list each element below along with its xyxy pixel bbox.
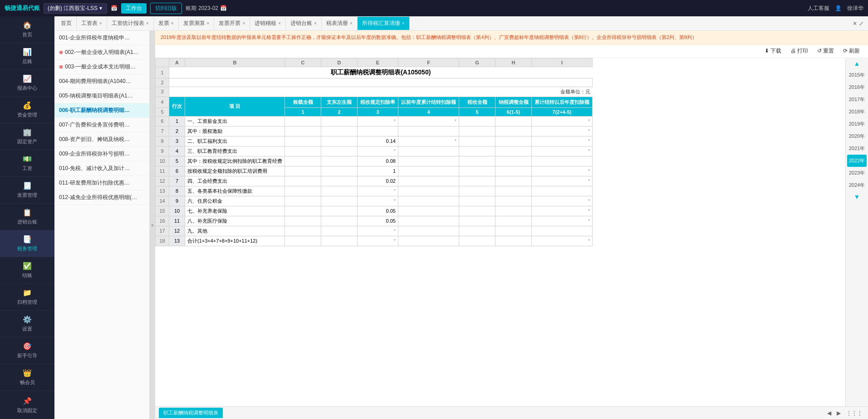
data-cell[interactable]: [321, 166, 358, 176]
data-cell[interactable]: 1: [358, 166, 398, 176]
data-cell[interactable]: [459, 126, 495, 136]
data-cell[interactable]: [285, 176, 321, 186]
data-cell[interactable]: [495, 236, 532, 246]
data-cell[interactable]: [398, 216, 459, 226]
form-item-004[interactable]: 004-期间费用明细表(A1040…: [54, 74, 149, 89]
data-cell[interactable]: [459, 146, 495, 156]
data-cell[interactable]: [495, 126, 532, 136]
data-cell[interactable]: [285, 146, 321, 156]
data-cell[interactable]: [495, 136, 532, 146]
data-cell[interactable]: 0.05: [358, 206, 398, 216]
data-cell[interactable]: [532, 156, 593, 166]
data-cell[interactable]: [285, 116, 321, 126]
form-item-012[interactable]: 012-减免企业所得税优惠明细(…: [54, 190, 149, 205]
year-item-2017年[interactable]: 2017年: [847, 93, 867, 106]
collapse-button[interactable]: «: [150, 31, 155, 419]
form-item-003[interactable]: ⊗003-一般企业成本支出明细…: [54, 60, 149, 74]
sidebar-item-总账[interactable]: 📊总账: [0, 43, 54, 70]
print-button[interactable]: 🖨 打印: [788, 46, 811, 56]
data-cell[interactable]: [285, 236, 321, 246]
data-cell[interactable]: [321, 226, 358, 236]
data-cell[interactable]: [459, 216, 495, 226]
year-scroll-down[interactable]: ▼: [852, 191, 862, 202]
data-cell[interactable]: [321, 146, 358, 156]
tab-close[interactable]: ×: [207, 21, 210, 26]
data-cell[interactable]: *: [398, 136, 459, 146]
data-cell[interactable]: [495, 166, 532, 176]
year-item-2023年[interactable]: 2023年: [847, 167, 867, 179]
data-cell[interactable]: *: [532, 206, 593, 216]
sidebar-item-设置[interactable]: ⚙️设置: [0, 311, 54, 337]
tab-close[interactable]: ×: [99, 21, 102, 26]
data-cell[interactable]: *: [358, 146, 398, 156]
sidebar-item-发票管理[interactable]: 🧾发票管理: [0, 177, 54, 204]
data-cell[interactable]: [495, 116, 532, 126]
data-cell[interactable]: [459, 166, 495, 176]
data-cell[interactable]: [321, 126, 358, 136]
tab-close[interactable]: ×: [171, 21, 174, 26]
year-item-2016年[interactable]: 2016年: [847, 81, 867, 93]
data-cell[interactable]: [532, 226, 593, 236]
data-cell[interactable]: [358, 126, 398, 136]
data-cell[interactable]: [398, 166, 459, 176]
data-cell[interactable]: 0.14: [358, 136, 398, 146]
tab-3[interactable]: 发票×: [154, 17, 179, 30]
tab-8[interactable]: 税表清册×: [322, 17, 358, 30]
data-cell[interactable]: *: [532, 126, 593, 136]
sidebar-item-首页[interactable]: 🏠首页: [0, 16, 54, 43]
data-cell[interactable]: [459, 226, 495, 236]
data-cell[interactable]: *: [532, 136, 593, 146]
data-cell[interactable]: [398, 146, 459, 156]
bottom-tab-salary[interactable]: 职工薪酬纳税调整明细表: [159, 408, 223, 418]
year-item-2018年[interactable]: 2018年: [847, 106, 867, 118]
form-item-001[interactable]: 001-企业所得税年度纳税申…: [54, 31, 149, 45]
data-cell[interactable]: [285, 216, 321, 226]
data-cell[interactable]: *: [532, 216, 593, 226]
data-cell[interactable]: [285, 156, 321, 166]
data-cell[interactable]: 0.02: [358, 176, 398, 186]
data-cell[interactable]: [398, 186, 459, 196]
tab-0[interactable]: 首页: [56, 17, 77, 30]
data-cell[interactable]: [321, 236, 358, 246]
data-cell[interactable]: [459, 186, 495, 196]
year-item-2019年[interactable]: 2019年: [847, 118, 867, 130]
data-cell[interactable]: [495, 176, 532, 186]
year-scroll-up[interactable]: ▲: [852, 58, 862, 69]
customer-service-btn[interactable]: 人工客服: [808, 5, 829, 12]
data-cell[interactable]: [459, 156, 495, 166]
data-cell[interactable]: [321, 206, 358, 216]
data-cell[interactable]: *: [358, 196, 398, 206]
data-cell[interactable]: [459, 236, 495, 246]
data-cell[interactable]: *: [358, 116, 398, 126]
data-cell[interactable]: [321, 216, 358, 226]
data-cell[interactable]: [398, 226, 459, 236]
data-cell[interactable]: [321, 176, 358, 186]
data-cell[interactable]: [285, 226, 321, 236]
data-cell[interactable]: [285, 206, 321, 216]
bottom-nav-left[interactable]: ◀: [825, 409, 833, 417]
form-item-010[interactable]: 010-免税、减计收入及加计…: [54, 161, 149, 176]
switch-button[interactable]: 切到旧版: [150, 3, 182, 14]
tab-7[interactable]: 进销台账×: [286, 17, 322, 30]
data-cell[interactable]: [495, 146, 532, 156]
tab-2[interactable]: 工资统计报表×: [107, 17, 154, 30]
data-cell[interactable]: [459, 206, 495, 216]
tab-9[interactable]: 所得税汇算清缴×: [358, 17, 410, 30]
data-cell[interactable]: [321, 116, 358, 126]
data-cell[interactable]: *: [358, 236, 398, 246]
data-cell[interactable]: [285, 126, 321, 136]
tab-close[interactable]: ×: [146, 21, 149, 26]
data-cell[interactable]: [459, 116, 495, 126]
tab-close-icon[interactable]: ✕: [853, 20, 857, 27]
form-item-002[interactable]: ⊗002-一般企业收入明细表(A1…: [54, 45, 149, 60]
data-cell[interactable]: *: [358, 186, 398, 196]
data-cell[interactable]: [495, 226, 532, 236]
tab-close[interactable]: ×: [242, 21, 245, 26]
year-item-2020年[interactable]: 2020年: [847, 130, 867, 142]
bottom-nav-more[interactable]: ⋮⋮⋮: [844, 409, 864, 417]
data-cell[interactable]: *: [532, 236, 593, 246]
form-item-011[interactable]: 011-研发费用加计扣除优惠…: [54, 176, 149, 190]
bottom-nav-right[interactable]: ▶: [835, 409, 843, 417]
form-item-006[interactable]: 006-职工薪酬纳税调整明细…: [54, 103, 149, 118]
company-selector[interactable]: (勿删) 江西股宝-LSS ▾: [44, 3, 107, 14]
